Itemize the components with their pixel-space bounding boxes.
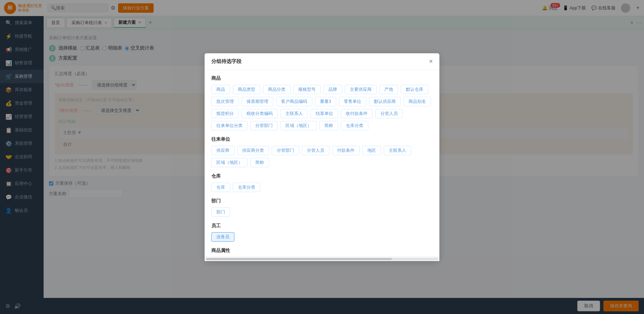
chip-region-counterpart[interactable]: 区域（地区） xyxy=(211,158,248,167)
chip-default-supplier[interactable]: 默认供应商 xyxy=(369,97,401,106)
section-warehouse-chips: 仓库 仓库分类 xyxy=(211,183,433,192)
modal-header: 分组待选字段 × xyxy=(205,53,439,70)
chip-supplier[interactable]: 供应商 xyxy=(211,146,234,155)
chip-dept[interactable]: 部门 xyxy=(211,207,230,217)
chip-payment-terms[interactable]: 收付款条件 xyxy=(341,109,373,118)
chip-area[interactable]: 地区 xyxy=(362,146,381,155)
section-employee: 员工 业务员 xyxy=(211,223,433,242)
section-product-title: 商品 xyxy=(211,75,433,81)
section-dept-chips: 部门 xyxy=(211,207,433,217)
chip-warehouse-category[interactable]: 仓库分类 xyxy=(341,121,368,130)
section-product-attr: 商品属性 属性 颜色 多规格 尺码 鞋码 1 xyxy=(211,248,433,257)
chip-batch-mgmt[interactable]: 批次管理 xyxy=(211,97,239,106)
chip-settlement-unit[interactable]: 结算单位 xyxy=(311,109,338,118)
modal-title: 分组待选字段 xyxy=(211,58,241,65)
chip-product-type[interactable]: 商品类型 xyxy=(233,85,260,94)
section-product-attr-title: 商品属性 xyxy=(211,248,433,254)
chip-mgmt-person-2[interactable]: 分管人员 xyxy=(302,146,329,155)
modal-close-button[interactable]: × xyxy=(429,58,433,65)
section-employee-title: 员工 xyxy=(211,223,433,229)
section-employee-chips: 业务员 xyxy=(211,232,433,242)
chip-main-contact-2[interactable]: 主联系人 xyxy=(384,146,411,155)
chip-product-category[interactable]: 商品分类 xyxy=(263,85,290,94)
chip-weight[interactable]: 重量3 xyxy=(315,97,336,106)
chip-warehouse-cat[interactable]: 仓库分类 xyxy=(233,183,260,192)
scroll-track xyxy=(206,258,438,260)
section-warehouse-title: 仓库 xyxy=(211,173,433,179)
chip-mgmt-dept-2[interactable]: 分管部门 xyxy=(272,146,299,155)
chip-region-product[interactable]: 区域（地区） xyxy=(280,121,317,130)
chip-tax-code[interactable]: 税收分类编码 xyxy=(241,109,278,118)
chip-abbr-product[interactable]: 简称 xyxy=(319,121,338,130)
chip-main-supplier[interactable]: 主要供应商 xyxy=(345,85,377,94)
section-warehouse: 仓库 仓库 仓库分类 xyxy=(211,173,433,192)
chip-spec-model[interactable]: 规格型号 xyxy=(293,85,321,94)
chip-origin[interactable]: 产地 xyxy=(379,85,398,94)
section-product: 商品 商品 商品类型 商品分类 规格型号 品牌 主要供应商 产地 默认仓库 批次… xyxy=(211,75,433,130)
section-product-chips: 商品 商品类型 商品分类 规格型号 品牌 主要供应商 产地 默认仓库 批次管理 … xyxy=(211,85,433,130)
field-select-modal: 分组待选字段 × 商品 商品 商品类型 商品分类 规格型号 品牌 主要供应商 产… xyxy=(205,53,439,261)
chip-counterpart-category[interactable]: 往来单位分类 xyxy=(211,121,248,130)
modal-body: 商品 商品 商品类型 商品分类 规格型号 品牌 主要供应商 产地 默认仓库 批次… xyxy=(205,70,439,257)
scroll-thumb xyxy=(206,258,392,260)
modal-scrollbar[interactable] xyxy=(205,257,439,261)
chip-mgmt-dept[interactable]: 分管部门 xyxy=(250,121,278,130)
section-dept: 部门 部门 xyxy=(211,198,433,217)
chip-abbr-counterpart[interactable]: 简称 xyxy=(250,158,269,167)
chip-product[interactable]: 商品 xyxy=(211,85,230,94)
chip-warehouse[interactable]: 仓库 xyxy=(211,183,230,192)
section-counterpart-title: 往来单位 xyxy=(211,136,433,142)
chip-payment-condition[interactable]: 付款条件 xyxy=(332,146,360,155)
chip-pick-score[interactable]: 拣货积分 xyxy=(211,109,239,118)
chip-product-alias[interactable]: 商品别名 xyxy=(404,97,431,106)
chip-salesperson[interactable]: 业务员 xyxy=(211,232,234,242)
chip-main-contact[interactable]: 主联系人 xyxy=(280,109,308,118)
section-counterpart: 往来单位 供应商 供应商分类 分管部门 分管人员 付款条件 地区 主联系人 区域… xyxy=(211,136,433,167)
modal-overlay: 分组待选字段 × 商品 商品 商品类型 商品分类 规格型号 品牌 主要供应商 产… xyxy=(0,0,644,314)
chip-default-warehouse[interactable]: 默认仓库 xyxy=(401,85,428,94)
section-dept-title: 部门 xyxy=(211,198,433,204)
chip-customer-code[interactable]: 客户商品编码 xyxy=(276,97,312,106)
chip-expiry-mgmt[interactable]: 保质期管理 xyxy=(241,97,273,106)
chip-dept-manager[interactable]: 分管人员 xyxy=(375,109,403,118)
chip-retail-unit[interactable]: 零售单位 xyxy=(339,97,366,106)
chip-brand[interactable]: 品牌 xyxy=(323,85,342,94)
chip-supplier-category[interactable]: 供应商分类 xyxy=(237,146,269,155)
section-counterpart-chips: 供应商 供应商分类 分管部门 分管人员 付款条件 地区 主联系人 区域（地区） … xyxy=(211,146,433,167)
